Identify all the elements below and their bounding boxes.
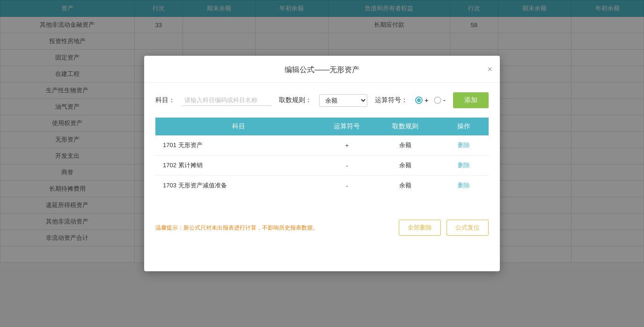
formula-table: 科目运算符号取数规则操作 1701 无形资产+余额删除1702 累计摊销-余额删…	[155, 118, 489, 195]
table-body: 1701 无形资产+余额删除1702 累计摊销-余额删除1703 无形资产减值准…	[155, 135, 489, 195]
table-header-row: 科目运算符号取数规则操作	[155, 118, 489, 135]
cell-rule: 余额	[372, 176, 439, 196]
rule-select-wrap: 余额借方发生额贷方发生额期初余额	[319, 94, 367, 107]
delete-all-button[interactable]: 全部删除	[399, 220, 441, 236]
operator-radio-group: + -	[415, 97, 446, 104]
cell-operator: +	[322, 135, 372, 156]
table-header-cell: 取数规则	[372, 118, 439, 135]
cell-operator: -	[322, 176, 372, 196]
delete-row-button[interactable]: 删除	[458, 181, 470, 190]
form-row: 科目： 取数规则： 余额借方发生额贷方发生额期初余额 运算符号： +	[155, 92, 489, 108]
radio-plus-label: +	[424, 97, 428, 104]
subject-label: 科目：	[155, 96, 175, 104]
delete-row-button[interactable]: 删除	[458, 161, 470, 170]
rule-label: 取数规则：	[279, 96, 312, 104]
table-row: 1701 无形资产+余额删除	[155, 135, 489, 156]
cell-action: 删除	[439, 176, 489, 196]
cell-action: 删除	[439, 135, 489, 156]
radio-plus[interactable]: +	[415, 97, 428, 104]
table-header-cell: 操作	[439, 118, 489, 135]
subject-input[interactable]	[183, 95, 271, 106]
footer-buttons: 全部删除 公式复位	[399, 220, 489, 236]
cell-operator: -	[322, 156, 372, 176]
add-button[interactable]: 添加	[453, 92, 489, 108]
operator-label: 运算符号：	[375, 96, 408, 104]
footer-tip: 温馨提示：新公式只对未出报表进行计算，不影响历史报表数据。	[155, 224, 318, 232]
cell-rule: 余额	[372, 156, 439, 176]
rule-select[interactable]: 余额借方发生额贷方发生额期初余额	[319, 94, 367, 107]
radio-minus-circle	[434, 97, 441, 104]
reset-formula-button[interactable]: 公式复位	[446, 220, 489, 236]
page-wrapper: 资产行次期末余额年初余额负债和所有者权益行次期末余额年初余额 其他非流动金融资产…	[0, 0, 644, 327]
modal-body: 科目： 取数规则： 余额借方发生额贷方发生额期初余额 运算符号： +	[144, 83, 500, 214]
table-header-cell: 科目	[155, 118, 322, 135]
table-row: 1703 无形资产减值准备-余额删除	[155, 176, 489, 196]
cell-subject: 1702 累计摊销	[155, 156, 322, 176]
table-header-cell: 运算符号	[322, 118, 372, 135]
modal-close-button[interactable]: ×	[487, 65, 492, 74]
cell-subject: 1701 无形资产	[155, 135, 322, 156]
cell-subject: 1703 无形资产减值准备	[155, 176, 322, 196]
radio-minus-label: -	[443, 97, 446, 104]
modal-overlay: 编辑公式——无形资产 × 科目： 取数规则： 余额借方发生额贷方发生额期初余额 …	[0, 0, 644, 327]
cell-action: 删除	[439, 156, 489, 176]
modal-footer: 温馨提示：新公式只对未出报表进行计算，不影响历史报表数据。 全部删除 公式复位	[144, 214, 500, 245]
radio-minus[interactable]: -	[434, 97, 446, 104]
radio-plus-circle	[415, 97, 423, 104]
modal-header: 编辑公式——无形资产 ×	[144, 56, 500, 83]
cell-rule: 余额	[372, 135, 439, 156]
modal-title: 编辑公式——无形资产	[285, 66, 359, 74]
delete-row-button[interactable]: 删除	[458, 141, 470, 149]
modal-dialog: 编辑公式——无形资产 × 科目： 取数规则： 余额借方发生额贷方发生额期初余额 …	[144, 56, 500, 271]
table-row: 1702 累计摊销-余额删除	[155, 156, 489, 176]
